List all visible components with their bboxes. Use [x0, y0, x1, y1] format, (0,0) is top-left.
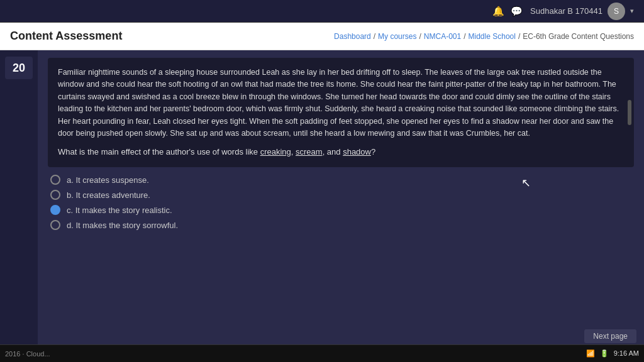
- breadcrumb-current: EC-6th Grade Content Questions: [523, 32, 634, 41]
- passage-box: Familiar nighttime sounds of a sleeping …: [48, 58, 634, 167]
- top-bar-icons: 🔔 💬: [492, 6, 523, 17]
- option-d[interactable]: d. It makes the story sorrowful.: [50, 220, 631, 230]
- keyword-scream: scream: [296, 147, 323, 156]
- passage-content: Familiar nighttime sounds of a sleeping …: [58, 68, 619, 138]
- page-header: Content Assessment Dashboard / My course…: [0, 23, 644, 50]
- option-a-label: a. It creates suspense.: [67, 175, 149, 185]
- option-d-label: d. It makes the story sorrowful.: [67, 221, 178, 230]
- taskbar-right: 📶 🔋 9:16 AM: [586, 349, 639, 358]
- keyword-shadow: shadow: [343, 147, 371, 156]
- option-b-label: b. It creates adventure.: [67, 190, 150, 200]
- notification-icon[interactable]: 🔔: [492, 6, 504, 17]
- keyword-creaking: creaking: [260, 147, 291, 156]
- radio-d[interactable]: [50, 220, 60, 230]
- option-c-label: c. It makes the story realistic.: [67, 206, 172, 215]
- taskbar: 2016 · Cloud... 📶 🔋 9:16 AM: [0, 344, 644, 362]
- breadcrumb: Dashboard / My courses / NMCA-001 / Midd…: [334, 32, 634, 41]
- avatar-initials: S: [614, 7, 619, 16]
- next-page-button[interactable]: Next page: [584, 329, 636, 343]
- option-c[interactable]: c. It makes the story realistic.: [50, 205, 631, 215]
- battery-icon: 🔋: [600, 349, 609, 358]
- breadcrumb-middle-school[interactable]: Middle School: [469, 32, 516, 41]
- page-title: Content Assessment: [10, 30, 122, 43]
- breadcrumb-dashboard[interactable]: Dashboard: [334, 32, 371, 41]
- top-bar: 🔔 💬 Sudhakar B 170441 S ▾: [0, 0, 644, 23]
- option-a[interactable]: a. It creates suspense.: [50, 175, 631, 185]
- breadcrumb-nmca001[interactable]: NMCA-001: [424, 32, 461, 41]
- sidebar: 20: [0, 50, 38, 362]
- main-content: 20 Familiar nighttime sounds of a sleepi…: [0, 50, 644, 362]
- user-menu-chevron[interactable]: ▾: [630, 7, 634, 15]
- signal-icon: 📶: [586, 349, 595, 358]
- question-number: 20: [5, 57, 33, 79]
- user-info: Sudhakar B 170441 S ▾: [530, 3, 634, 20]
- breadcrumb-my-courses[interactable]: My courses: [378, 32, 416, 41]
- taskbar-app: 2016 · Cloud...: [5, 350, 50, 358]
- radio-b[interactable]: [50, 190, 60, 200]
- chat-icon[interactable]: 💬: [511, 6, 523, 17]
- taskbar-time: 9:16 AM: [614, 349, 639, 358]
- content-panel: Familiar nighttime sounds of a sleeping …: [38, 50, 644, 362]
- username-label: Sudhakar B 170441: [530, 6, 602, 16]
- taskbar-left: 2016 · Cloud...: [5, 350, 50, 358]
- radio-c[interactable]: [50, 205, 60, 215]
- passage-text: Familiar nighttime sounds of a sleeping …: [58, 67, 624, 140]
- time-display: 9:16 AM: [614, 349, 639, 357]
- options-container: a. It creates suspense. b. It creates ad…: [48, 175, 634, 230]
- avatar[interactable]: S: [608, 3, 625, 20]
- option-b[interactable]: b. It creates adventure.: [50, 190, 631, 200]
- passage-question: What is the main effect of the author's …: [58, 146, 624, 158]
- scrollbar[interactable]: [628, 100, 631, 125]
- radio-a[interactable]: [50, 175, 60, 185]
